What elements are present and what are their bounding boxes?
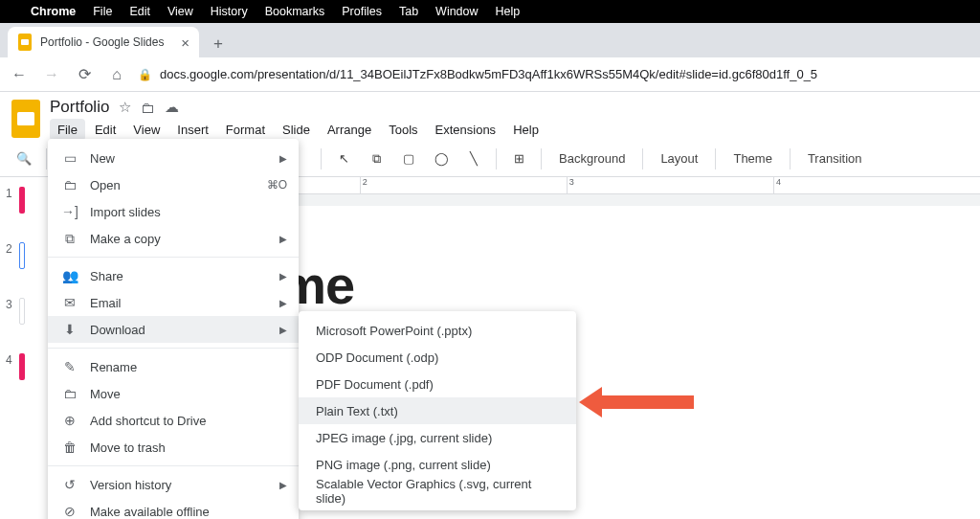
menu-item-trash[interactable]: 🗑Move to trash: [48, 434, 299, 461]
mac-menu-history[interactable]: History: [211, 5, 248, 18]
menu-item-open[interactable]: 🗀Open⌘O: [48, 171, 299, 198]
menu-edit[interactable]: Edit: [87, 119, 123, 141]
transition-button[interactable]: Transition: [798, 147, 872, 169]
slide-number: 1: [6, 187, 15, 200]
background-button[interactable]: Background: [549, 147, 635, 169]
slide-thumbnails-panel: 1 2 3 4: [0, 177, 48, 519]
submenu-arrow-icon: ▶: [279, 298, 287, 308]
menu-label: Microsoft PowerPoint (.pptx): [316, 324, 559, 338]
menu-label: Make available offline: [90, 505, 287, 519]
browser-tab[interactable]: Portfolio - Google Slides ×: [8, 27, 199, 57]
line-tool-icon[interactable]: ╲: [459, 145, 488, 173]
mac-menu-profiles[interactable]: Profiles: [342, 5, 382, 18]
menu-item-share[interactable]: 👥Share▶: [48, 262, 299, 289]
menu-item-version[interactable]: ↺Version history▶: [48, 471, 299, 498]
menu-view[interactable]: View: [125, 119, 167, 141]
menu-item-import[interactable]: →]Import slides: [48, 198, 299, 225]
doc-title[interactable]: Portfolio: [50, 98, 109, 117]
url-bar[interactable]: 🔒 docs.google.com/presentation/d/11_34BO…: [138, 67, 972, 81]
shape-tool-icon[interactable]: ◯: [427, 145, 456, 173]
slide-thumb[interactable]: 2: [6, 242, 42, 269]
download-submenu: Microsoft PowerPoint (.pptx) ODP Documen…: [299, 311, 576, 510]
separator: [715, 148, 716, 169]
slide-thumb[interactable]: 4: [6, 353, 42, 380]
mac-app-name[interactable]: Chrome: [31, 5, 76, 18]
cloud-status-icon[interactable]: ☁: [165, 99, 179, 116]
menu-item-rename[interactable]: ✎Rename: [48, 353, 299, 380]
slides-header: Portfolio ☆ 🗀 ☁ File Edit View Insert Fo…: [0, 92, 980, 141]
select-tool-icon[interactable]: ↖: [329, 145, 358, 173]
mac-menubar: Chrome File Edit View History Bookmarks …: [0, 0, 980, 23]
menu-slide[interactable]: Slide: [275, 119, 318, 141]
textbox-tool-icon[interactable]: ⧉: [362, 145, 390, 173]
menu-item-offline[interactable]: ⊘Make available offline: [48, 498, 299, 519]
move-folder-icon[interactable]: 🗀: [141, 100, 155, 116]
mac-menu-help[interactable]: Help: [496, 5, 521, 18]
tab-close-icon[interactable]: ×: [181, 34, 189, 51]
slide-thumb[interactable]: 3: [6, 298, 42, 325]
forward-icon[interactable]: →: [40, 63, 63, 86]
menu-extensions[interactable]: Extensions: [428, 119, 504, 141]
slide-number: 2: [6, 242, 15, 256]
menu-item-new[interactable]: ▭New▶: [48, 145, 299, 171]
menu-item-shortcut[interactable]: ⊕Add shortcut to Drive: [48, 407, 299, 434]
menu-item-download[interactable]: ⬇Download▶: [48, 316, 299, 343]
mac-menu-edit[interactable]: Edit: [129, 5, 150, 18]
menu-label: Version history: [90, 478, 268, 492]
new-tab-button[interactable]: +: [205, 31, 232, 57]
menu-help[interactable]: Help: [505, 119, 546, 141]
mac-menu-window[interactable]: Window: [435, 5, 478, 18]
menu-tools[interactable]: Tools: [381, 119, 425, 141]
thumb-preview: [19, 298, 25, 325]
submenu-item-jpg[interactable]: JPEG image (.jpg, current slide): [299, 424, 576, 451]
slides-logo-icon[interactable]: [11, 100, 40, 138]
separator: [496, 148, 497, 169]
menu-item-email[interactable]: ✉Email▶: [48, 289, 299, 316]
mac-menu-tab[interactable]: Tab: [399, 5, 418, 18]
slides-menubar: File Edit View Insert Format Slide Arran…: [50, 119, 969, 141]
menu-insert[interactable]: Insert: [169, 119, 216, 141]
submenu-item-pdf[interactable]: PDF Document (.pdf): [299, 371, 576, 397]
shortcut-icon: ⊕: [61, 413, 78, 428]
menu-file[interactable]: File: [50, 119, 85, 141]
submenu-item-pptx[interactable]: Microsoft PowerPoint (.pptx): [299, 317, 576, 344]
mac-menu-file[interactable]: File: [93, 5, 112, 18]
image-tool-icon[interactable]: ▢: [394, 145, 423, 173]
menu-label: PDF Document (.pdf): [316, 377, 559, 392]
download-icon: ⬇: [61, 322, 78, 337]
mac-menu-bookmarks[interactable]: Bookmarks: [265, 5, 325, 18]
menu-item-copy[interactable]: ⧉Make a copy▶: [48, 225, 299, 252]
submenu-item-txt[interactable]: Plain Text (.txt): [299, 397, 576, 424]
file-dropdown-menu: ▭New▶ 🗀Open⌘O →]Import slides ⧉Make a co…: [48, 139, 299, 519]
reload-icon[interactable]: ⟳: [73, 63, 96, 86]
submenu-item-svg[interactable]: Scalable Vector Graphics (.svg, current …: [299, 478, 576, 505]
comment-icon[interactable]: ⊞: [504, 145, 533, 173]
search-icon[interactable]: 🔍: [10, 145, 38, 173]
slides-favicon-icon: [17, 34, 33, 50]
ruler-tick: 3: [567, 177, 773, 193]
menu-label: Move: [90, 387, 287, 401]
menu-label: Make a copy: [90, 232, 268, 246]
copy-icon: ⧉: [61, 231, 78, 247]
menu-label: Download: [90, 323, 268, 337]
rename-icon: ✎: [61, 359, 78, 374]
separator: [642, 148, 643, 169]
submenu-item-png[interactable]: PNG image (.png, current slide): [299, 451, 576, 478]
layout-button[interactable]: Layout: [651, 147, 707, 169]
menu-shortcut: ⌘O: [267, 178, 287, 192]
menu-format[interactable]: Format: [218, 119, 273, 141]
back-icon[interactable]: ←: [8, 63, 31, 86]
theme-button[interactable]: Theme: [724, 147, 781, 169]
submenu-item-odp[interactable]: ODP Document (.odp): [299, 344, 576, 371]
slide-thumb[interactable]: 1: [6, 187, 42, 214]
mac-menu-view[interactable]: View: [167, 5, 193, 18]
browser-toolbar: ← → ⟳ ⌂ 🔒 docs.google.com/presentation/d…: [0, 57, 980, 92]
submenu-arrow-icon: ▶: [279, 325, 287, 335]
star-icon[interactable]: ☆: [119, 99, 131, 116]
thumb-preview: [19, 187, 25, 214]
menu-item-move[interactable]: 🗀Move: [48, 380, 299, 407]
menu-arrange[interactable]: Arrange: [320, 119, 379, 141]
tab-title: Portfolio - Google Slides: [40, 35, 164, 49]
home-icon[interactable]: ⌂: [105, 63, 128, 86]
menu-label: PNG image (.png, current slide): [316, 458, 559, 472]
